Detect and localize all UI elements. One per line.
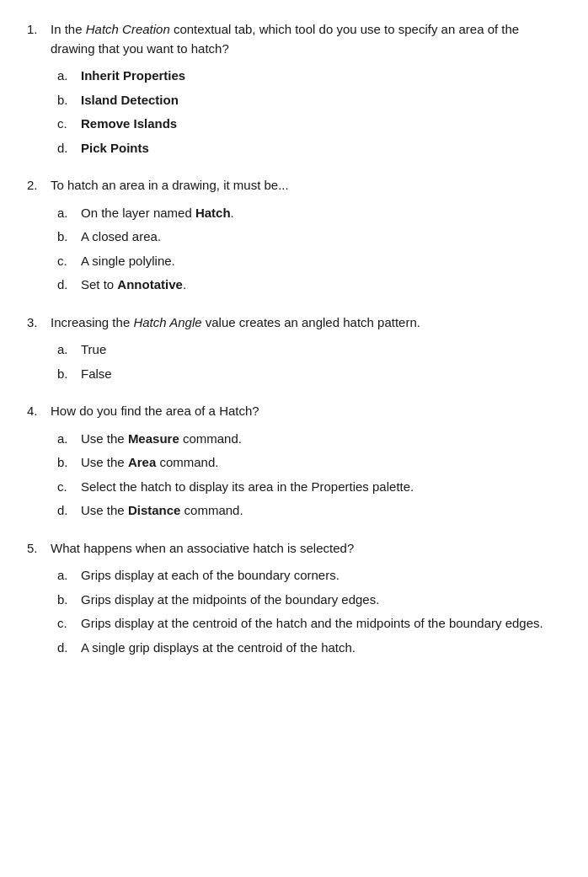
option-letter: a. (57, 340, 74, 360)
question-1-options: a. Inherit Properties b. Island Detectio… (57, 67, 561, 158)
list-item: c. Select the hatch to display its area … (57, 478, 561, 497)
option-letter: d. (57, 139, 74, 158)
list-item: b. A closed area. (57, 227, 561, 247)
option-letter: a. (57, 67, 74, 86)
option-text: True (81, 340, 561, 360)
option-letter: c. (57, 252, 74, 271)
option-letter: d. (57, 501, 74, 521)
list-item: c. A single polyline. (57, 252, 561, 271)
option-text: Island Detection (81, 91, 561, 110)
list-item: c. Grips display at the centroid of the … (57, 614, 561, 634)
question-4-text: How do you find the area of a Hatch? (51, 402, 561, 421)
question-5-options: a. Grips display at each of the boundary… (57, 566, 561, 657)
question-4-options: a. Use the Measure command. b. Use the A… (57, 430, 561, 521)
option-letter: d. (57, 639, 74, 658)
question-3-options: a. True b. False (57, 340, 561, 383)
option-letter: c. (57, 115, 74, 134)
list-item: b. False (57, 365, 561, 384)
list-item: b. Use the Area command. (57, 453, 561, 473)
list-item: d. Set to Annotative. (57, 275, 561, 295)
option-letter: b. (57, 591, 74, 610)
question-3-number: 3. (27, 313, 45, 333)
question-1-text: In the Hatch Creation contextual tab, wh… (51, 20, 561, 58)
question-2-text: To hatch an area in a drawing, it must b… (51, 176, 561, 195)
option-text: Set to Annotative. (81, 275, 561, 295)
option-text: A single grip displays at the centroid o… (81, 639, 561, 658)
list-item: b. Island Detection (57, 91, 561, 110)
option-letter: b. (57, 365, 74, 384)
option-letter: a. (57, 204, 74, 223)
list-item: a. Inherit Properties (57, 67, 561, 86)
question-2-number: 2. (27, 176, 45, 195)
option-text: Select the hatch to display its area in … (81, 478, 561, 497)
option-letter: a. (57, 566, 74, 586)
question-2-options: a. On the layer named Hatch. b. A closed… (57, 204, 561, 295)
option-letter: b. (57, 91, 74, 110)
question-5-text: What happens when an associative hatch i… (51, 539, 561, 559)
list-item: a. Use the Measure command. (57, 430, 561, 449)
question-5-number: 5. (27, 539, 45, 559)
option-letter: b. (57, 227, 74, 247)
option-text: Remove Islands (81, 115, 561, 134)
option-text: Grips display at each of the boundary co… (81, 566, 561, 586)
option-text: Use the Distance command. (81, 501, 561, 521)
option-letter: a. (57, 430, 74, 449)
option-text: Grips display at the centroid of the hat… (81, 614, 561, 634)
list-item: c. Remove Islands (57, 115, 561, 134)
option-letter: c. (57, 614, 74, 634)
option-text: Inherit Properties (81, 67, 561, 86)
list-item: a. Grips display at each of the boundary… (57, 566, 561, 586)
question-5: 5. What happens when an associative hatc… (27, 539, 561, 658)
option-letter: b. (57, 453, 74, 473)
option-text: False (81, 365, 561, 384)
option-text: Use the Measure command. (81, 430, 561, 449)
option-text: Pick Points (81, 139, 561, 158)
question-1: 1. In the Hatch Creation contextual tab,… (27, 20, 561, 158)
list-item: d. Use the Distance command. (57, 501, 561, 521)
question-3-text: Increasing the Hatch Angle value creates… (51, 313, 561, 333)
option-text: A single polyline. (81, 252, 561, 271)
option-text: On the layer named Hatch. (81, 204, 561, 223)
list-item: d. A single grip displays at the centroi… (57, 639, 561, 658)
option-letter: c. (57, 478, 74, 497)
question-1-number: 1. (27, 20, 45, 58)
list-item: d. Pick Points (57, 139, 561, 158)
question-4-number: 4. (27, 402, 45, 421)
question-2: 2. To hatch an area in a drawing, it mus… (27, 176, 561, 295)
list-item: a. True (57, 340, 561, 360)
question-4: 4. How do you find the area of a Hatch? … (27, 402, 561, 521)
list-item: b. Grips display at the midpoints of the… (57, 591, 561, 610)
list-item: a. On the layer named Hatch. (57, 204, 561, 223)
option-text: Grips display at the midpoints of the bo… (81, 591, 561, 610)
quiz-container: 1. In the Hatch Creation contextual tab,… (27, 20, 561, 657)
option-text: A closed area. (81, 227, 561, 247)
option-text: Use the Area command. (81, 453, 561, 473)
question-3: 3. Increasing the Hatch Angle value crea… (27, 313, 561, 384)
option-letter: d. (57, 275, 74, 295)
